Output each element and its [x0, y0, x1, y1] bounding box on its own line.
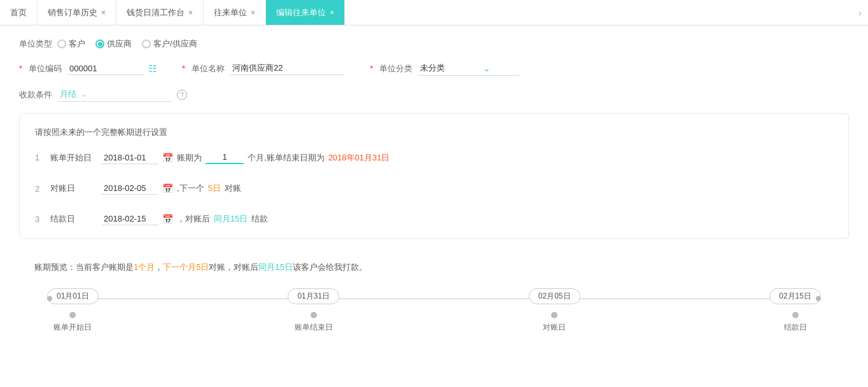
tab-home[interactable]: 首页 — [0, 0, 38, 25]
setting-row-3: 3 结款日 📅 ，对账后 同月15日 结款 — [35, 213, 833, 225]
period-label: 账期为 — [177, 152, 202, 164]
timeline: 01月01日 账单开始日 01月31日 账单结束日 02月05日 对账日 — [34, 288, 834, 333]
tl-node-2 — [311, 312, 317, 318]
preview-text: 账期预览：当前客户账期是1个月，下一个月5日对账，对账后同月15日该客户会给我打… — [34, 262, 834, 273]
radio-both[interactable]: 客户/供应商 — [142, 38, 197, 50]
unit-code-field: * 单位编码 ☷ — [19, 62, 157, 75]
tl-point-2: 01月31日 账单结束日 — [288, 288, 339, 333]
start-date-cal-icon[interactable]: 📅 — [162, 153, 173, 163]
radio-customer-label: 客户 — [69, 38, 85, 50]
payment-dropdown-icon: ⌄ — [81, 90, 87, 99]
tl-node-1 — [69, 312, 76, 318]
unit-code-lookup-icon[interactable]: ☷ — [148, 63, 157, 74]
preview-mid1: ， — [155, 262, 163, 272]
tl-label-2: 账单结束日 — [295, 322, 333, 333]
panel-title: 请按照未来的一个完整帐期进行设置 — [35, 127, 833, 138]
preview-highlight1: 1个月 — [134, 262, 155, 272]
close-partner-icon[interactable]: × — [251, 8, 255, 17]
unit-code-star: * — [19, 64, 22, 73]
payment-value: 月结 — [60, 88, 76, 100]
tab-sales-history[interactable]: 销售订单历史 × — [38, 0, 116, 25]
setting-label-2: 对账日 — [50, 183, 101, 194]
tabs-bar: 首页 销售订单历史 × 钱货日清工作台 × 往来单位 × 编辑往来单位 × › — [0, 0, 868, 25]
unit-name-input[interactable] — [230, 62, 344, 75]
unit-category-star: * — [370, 64, 373, 73]
unit-type-row: 单位类型 客户 供应商 客户/供应商 — [19, 38, 849, 50]
payment-date-input[interactable] — [101, 213, 158, 225]
setting-num-2: 2 — [35, 184, 50, 194]
payment-help-icon[interactable]: ? — [177, 90, 187, 100]
unit-type-radio-group: 客户 供应商 客户/供应商 — [57, 38, 197, 50]
reconcile-desc: ,下一个 — [177, 183, 204, 194]
tab-edit-partner[interactable]: 编辑往来单位 × — [266, 0, 345, 25]
reconcile-day-highlight: 5日 — [208, 183, 221, 194]
tl-point-4: 02月15日 结款日 — [769, 288, 821, 333]
preview-section: 账期预览：当前客户账期是1个月，下一个月5日对账，对账后同月15日该客户会给我打… — [19, 251, 849, 343]
tab-partner[interactable]: 往来单位 × — [204, 0, 266, 25]
radio-supplier-circle — [95, 39, 104, 48]
payment-select[interactable]: 月结 ⌄ — [57, 87, 172, 102]
preview-highlight2: 下一个月5日 — [163, 262, 209, 272]
preview-highlight3: 同月15日 — [258, 262, 292, 272]
tab-partner-label: 往来单位 — [214, 7, 247, 18]
timeline-points: 01月01日 账单开始日 01月31日 账单结束日 02月05日 对账日 — [47, 288, 821, 333]
tl-node-3 — [551, 312, 557, 318]
tab-cash-work[interactable]: 钱货日清工作台 × — [116, 0, 204, 25]
preview-mid2: 对账，对账后 — [209, 262, 258, 272]
tl-pill-3: 02月05日 — [529, 288, 580, 304]
payment-label: 收款条件 — [19, 89, 52, 101]
months-suffix: 个月,账单结束日期为 — [248, 152, 325, 164]
close-edit-partner-icon[interactable]: × — [330, 8, 334, 17]
unit-code-input[interactable] — [67, 62, 143, 75]
setting-num-1: 1 — [35, 153, 50, 162]
radio-customer-circle — [57, 39, 66, 48]
setting-input-wrap-1: 📅 账期为 个月,账单结束日期为 2018年01月31日 — [101, 151, 389, 164]
tab-arrow[interactable]: › — [852, 0, 868, 25]
radio-supplier-label: 供应商 — [107, 38, 132, 50]
timeline-dot-start — [47, 296, 52, 301]
chevron-down-icon: ⌄ — [483, 63, 491, 73]
tl-pill-4: 02月15日 — [769, 288, 821, 304]
payment-date-cal-icon[interactable]: 📅 — [162, 214, 173, 224]
reconcile-date-input[interactable] — [101, 182, 158, 195]
unit-type-field: 单位类型 客户 供应商 客户/供应商 — [19, 38, 197, 50]
unit-category-field: * 单位分类 未分类 ⌄ — [370, 61, 519, 76]
payment-field: 收款条件 月结 ⌄ ? — [19, 87, 187, 102]
reconcile-date-cal-icon[interactable]: 📅 — [162, 183, 173, 194]
tab-cash-work-label: 钱货日清工作台 — [127, 7, 185, 18]
tl-label-4: 结款日 — [784, 322, 807, 333]
payment-desc: ，对账后 — [177, 213, 210, 225]
tl-point-1: 01月01日 账单开始日 — [47, 288, 99, 333]
setting-row-2: 2 对账日 📅 ,下一个 5日 对账 — [35, 182, 833, 195]
tl-pill-2: 01月31日 — [288, 288, 339, 304]
radio-supplier[interactable]: 供应商 — [95, 38, 132, 50]
unit-name-field: * 单位名称 — [182, 62, 344, 75]
unit-name-label: 单位名称 — [192, 63, 225, 74]
unit-code-label: 单位编码 — [29, 63, 62, 74]
preview-prefix: 账期预览：当前客户账期是 — [34, 262, 134, 272]
close-cash-work-icon[interactable]: × — [188, 8, 193, 17]
setting-label-3: 结款日 — [50, 213, 101, 225]
tl-label-3: 对账日 — [543, 322, 566, 333]
tl-label-1: 账单开始日 — [53, 322, 92, 333]
close-sales-history-icon[interactable]: × — [101, 8, 106, 17]
setting-input-wrap-2: 📅 ,下一个 5日 对账 — [101, 182, 241, 195]
start-date-input[interactable] — [101, 151, 158, 164]
setting-row-1: 1 账单开始日 📅 账期为 个月,账单结束日期为 2018年01月31日 — [35, 151, 833, 164]
payment-row: 收款条件 月结 ⌄ ? — [19, 87, 849, 102]
tab-edit-partner-label: 编辑往来单位 — [276, 7, 326, 18]
tab-sales-history-label: 销售订单历史 — [48, 7, 97, 18]
unit-category-value: 未分类 — [420, 62, 445, 74]
unit-type-label: 单位类型 — [19, 38, 52, 50]
payment-suffix: 结款 — [251, 213, 268, 225]
preview-suffix: 该客户会给我打款。 — [293, 262, 367, 272]
radio-customer[interactable]: 客户 — [57, 38, 85, 50]
setting-label-1: 账单开始日 — [50, 152, 101, 164]
reconcile-suffix: 对账 — [225, 183, 241, 194]
unit-category-select[interactable]: 未分类 ⌄ — [417, 61, 519, 76]
unit-name-star: * — [182, 64, 185, 73]
end-date-highlight: 2018年01月31日 — [328, 152, 390, 164]
tl-pill-1: 01月01日 — [47, 288, 99, 304]
settings-panel: 请按照未来的一个完整帐期进行设置 1 账单开始日 📅 账期为 个月,账单结束日期… — [19, 113, 849, 239]
months-input[interactable] — [206, 151, 244, 164]
